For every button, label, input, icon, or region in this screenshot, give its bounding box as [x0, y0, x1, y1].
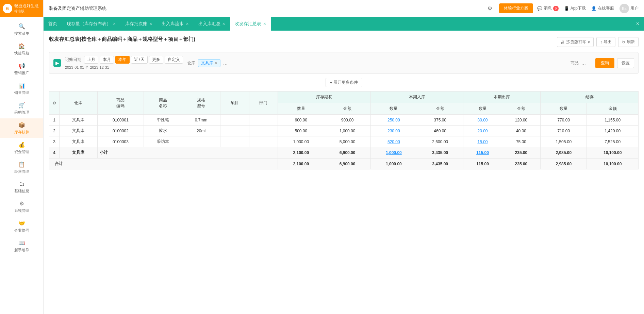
tab-label: 现存量（库存分布表） [67, 21, 111, 27]
row-product-name: 胶水 [144, 126, 182, 136]
sidebar-item-inventory[interactable]: 📦库存核算 [0, 118, 43, 138]
date-btn-本年[interactable]: 本年 [115, 56, 130, 64]
tab-receive-summary[interactable]: 收发存汇总表× [230, 17, 271, 31]
subtotal-label: 小计 [97, 147, 278, 159]
date-buttons: 记账日期上月本月本年近7天更多自定义 [65, 56, 183, 64]
tab-inout-flow[interactable]: 出入库流水× [157, 17, 193, 31]
row-balance-qty: 710.00 [541, 126, 587, 136]
sidebar-item-system[interactable]: ⚙系统管理 [0, 197, 43, 217]
sidebar-logo: 6 畅捷通好生意 标准版 [0, 0, 43, 17]
sidebar-item-purchase[interactable]: 🛒采购管理 [0, 99, 43, 118]
app-download-btn[interactable]: 📱 App下载 [564, 5, 586, 11]
main-area: 装备及固定资产辅助管理系统 ⚙ 体验行业方案 💬 消息 6 📱 App下载 👤 … [44, 0, 644, 314]
expand-label: 展开更多条件 [333, 80, 358, 85]
total-out-amt: 235.00 [502, 158, 540, 169]
export-btn[interactable]: ↑ 导出 [596, 37, 615, 47]
th-balance-group: 结存 [541, 92, 639, 103]
print-icon: 🖨 [561, 40, 565, 45]
subtotal-in-qty[interactable]: 1,000.00 [370, 147, 417, 159]
row-product-code: 0100001 [97, 115, 144, 126]
tab-home[interactable]: 首页 [44, 17, 62, 31]
quick-nav-icon: 🏠 [18, 43, 25, 49]
th-balance-amt: 金额 [587, 103, 639, 115]
warehouse-tag[interactable]: 文具库 ✕ [198, 59, 220, 67]
print-chevron-icon: ▾ [588, 40, 590, 45]
total-opening-amt: 6,900.00 [324, 158, 370, 169]
row-warehouse: 文具库 [60, 136, 98, 147]
tab-close-icon[interactable]: × [149, 21, 152, 27]
sidebar-item-label: 新手引导 [14, 248, 29, 253]
marketing-icon: 📢 [18, 63, 25, 69]
total-balance-amt: 10,100.00 [587, 158, 639, 169]
tabbar-close-all-btn[interactable]: × [631, 21, 644, 27]
product-more-btn[interactable]: ... [581, 60, 586, 66]
subtotal-balance-qty: 2,985.00 [541, 147, 587, 159]
sidebar-item-label: 系统管理 [14, 208, 29, 213]
tab-close-icon[interactable]: × [222, 21, 225, 27]
app-download-label: App下载 [571, 5, 586, 11]
table-wrapper: ⚙ 仓库 商品编码 商品名称 规格型号 项目 部门 库存期初 本期入库 本期出库… [49, 91, 639, 169]
gear-icon[interactable]: ⚙ [488, 5, 492, 12]
row-product-code: 0100002 [97, 126, 144, 136]
row-in-qty[interactable]: 230.00 [370, 126, 417, 136]
warehouse-tag-close-icon[interactable]: ✕ [215, 61, 217, 65]
date-btn-自定义[interactable]: 自定义 [165, 56, 183, 64]
tab-label: 首页 [48, 21, 57, 27]
messages-btn[interactable]: 💬 消息 6 [537, 5, 559, 11]
product-filter: 商品 ... [571, 60, 586, 66]
logo-text: 畅捷通好生意 [14, 3, 39, 9]
row-balance-qty: 1,505.00 [541, 136, 587, 147]
row-out-qty[interactable]: 80.00 [463, 115, 502, 126]
row-out-qty[interactable]: 15.00 [463, 136, 502, 147]
table-row: 2 文具库 0100002 胶水 20ml 500.00 1,000.00 23… [49, 126, 639, 136]
sidebar-item-finance[interactable]: 💰资金管理 [0, 138, 43, 158]
total-balance-qty: 2,985.00 [541, 158, 587, 169]
print-btn[interactable]: 🖨 拣货版打印 ▾ [557, 37, 594, 47]
tab-close-icon[interactable]: × [113, 21, 116, 27]
row-product-spec [182, 136, 220, 147]
warehouse-more-btn[interactable]: ... [223, 60, 228, 66]
sidebar-item-guide[interactable]: 📖新手引导 [0, 236, 43, 256]
tab-close-icon[interactable]: × [186, 21, 188, 27]
row-project [220, 115, 249, 126]
row-balance-qty: 770.00 [541, 115, 587, 126]
sidebar-item-quick-nav[interactable]: 🏠快捷导航 [0, 39, 43, 59]
refresh-btn[interactable]: ↻ 刷新 [618, 37, 639, 47]
subtotal-out-qty[interactable]: 115.00 [463, 147, 502, 159]
expand-btn[interactable]: ▾ 展开更多条件 [326, 78, 362, 87]
inventory-icon: 📦 [18, 122, 25, 128]
row-product-code: 0100003 [97, 136, 144, 147]
industry-btn[interactable]: 体验行业方案 [499, 3, 533, 13]
tab-batch-ledger[interactable]: 库存批次账× [120, 17, 157, 31]
user-btn[interactable]: Ea 用户 [620, 4, 639, 13]
date-btn-更多[interactable]: 更多 [149, 56, 163, 64]
tab-inventory-dist[interactable]: 现存量（库存分布表）× [62, 17, 120, 31]
tab-close-icon[interactable]: × [263, 21, 266, 27]
sidebar-item-enterprise[interactable]: 🤝企业协同 [0, 217, 43, 236]
tabbar: 首页现存量（库存分布表）×库存批次账×出入库流水×出入库汇总×收发存汇总表×× [44, 17, 644, 31]
row-in-qty[interactable]: 250.00 [370, 115, 417, 126]
sidebar-item-operations[interactable]: 📋经营管理 [0, 158, 43, 178]
th-in-group: 本期入库 [370, 92, 463, 103]
sidebar-item-sales[interactable]: 📊销售管理 [0, 79, 43, 99]
online-service-btn[interactable]: 👤 在线客服 [591, 5, 614, 11]
online-service-label: 在线客服 [598, 5, 614, 11]
row-in-qty[interactable]: 520.00 [370, 136, 417, 147]
sidebar-item-search[interactable]: 🔍搜索菜单 [0, 20, 43, 39]
date-btn-上月[interactable]: 上月 [84, 56, 98, 64]
filter-arrow-btn[interactable]: ▶ [53, 59, 61, 67]
row-department [249, 126, 278, 136]
service-icon: 👤 [591, 6, 596, 11]
sidebar-item-marketing[interactable]: 📢营销推广 [0, 59, 43, 79]
tab-inout-summary[interactable]: 出入库汇总× [194, 17, 230, 31]
date-btn-近7天[interactable]: 近7天 [131, 56, 148, 64]
th-product-name: 商品名称 [144, 92, 182, 115]
sidebar-item-basics[interactable]: 🗂基础信息 [0, 178, 43, 197]
th-project: 项目 [220, 92, 249, 115]
sales-icon: 📊 [18, 82, 25, 89]
date-btn-本月[interactable]: 本月 [100, 56, 114, 64]
page-title: 收发存汇总表(按仓库＋商品编码＋商品＋规格型号＋项目＋部门) [49, 36, 195, 43]
settings-btn[interactable]: 设置 [617, 58, 634, 68]
query-btn[interactable]: 查询 [595, 58, 614, 68]
row-out-qty[interactable]: 20.00 [463, 126, 502, 136]
